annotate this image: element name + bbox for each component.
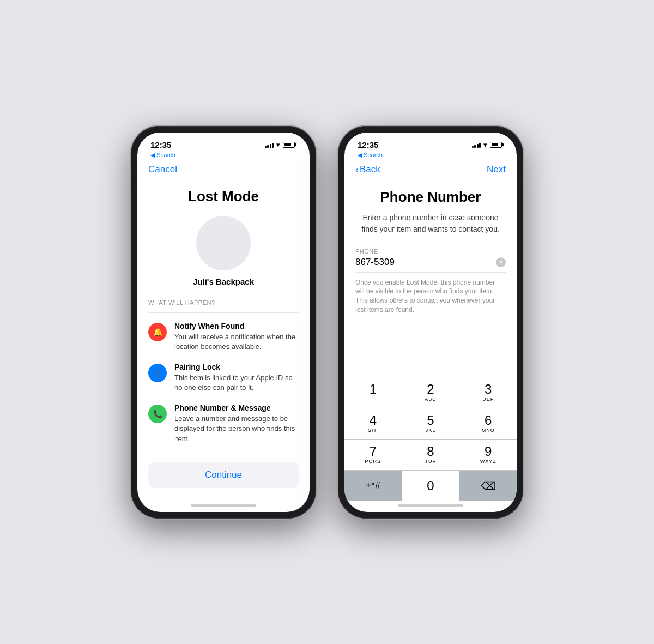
notify-icon: 🔔 xyxy=(148,323,167,341)
right-status-bar: 12:35 ▾ xyxy=(344,133,517,152)
phone-number-subtitle: Enter a phone number in case someone fin… xyxy=(355,212,506,235)
right-phone-screen: 12:35 ▾ ◀ Search xyxy=(344,133,517,512)
key-2[interactable]: 2 ABC xyxy=(402,377,459,408)
pairing-title: Pairing Lock xyxy=(174,363,299,371)
left-nav-bar: Cancel xyxy=(137,162,310,179)
phone-number-content: Phone Number Enter a phone number in cas… xyxy=(344,180,517,328)
left-phone-screen: 12:35 ▾ ◀ Search xyxy=(137,133,310,512)
left-time: 12:35 xyxy=(150,140,171,149)
feature-pairing: 👤 Pairing Lock This item is linked to yo… xyxy=(148,363,299,393)
notify-title: Notify When Found xyxy=(174,322,299,330)
delete-icon: ⌫ xyxy=(481,479,496,492)
phone-text: Phone Number & Message Leave a number an… xyxy=(174,404,299,444)
key-1[interactable]: 1 xyxy=(344,377,402,408)
signal-icon xyxy=(265,142,274,148)
continue-button-wrap: Continue xyxy=(137,453,310,501)
key-6[interactable]: 6 MNO xyxy=(459,408,517,439)
phone-input-value: 867-5309 xyxy=(355,257,496,268)
left-screen-content: Lost Mode Juli's Backpack WHAT WILL HAPP… xyxy=(137,179,310,453)
section-label: WHAT WILL HAPPEN? xyxy=(148,299,299,306)
home-indicator xyxy=(191,504,256,507)
divider xyxy=(148,312,299,313)
key-5[interactable]: 5 JKL xyxy=(402,408,459,439)
right-phone-frame: 12:35 ▾ ◀ Search xyxy=(338,126,523,519)
notify-text: Notify When Found You will receive a not… xyxy=(174,322,299,352)
key-9[interactable]: 9 WXYZ xyxy=(459,440,517,470)
right-search-label: ◀ Search xyxy=(358,152,383,159)
right-time: 12:35 xyxy=(358,140,378,149)
phone-title: Phone Number & Message xyxy=(174,404,299,412)
feature-notify: 🔔 Notify When Found You will receive a n… xyxy=(148,322,299,352)
back-label: Back xyxy=(360,164,380,175)
input-description: Once you enable Lost Mode, this phone nu… xyxy=(355,278,506,315)
key-7[interactable]: 7 PQRS xyxy=(344,440,402,470)
key-symbols[interactable]: +*# xyxy=(344,471,402,501)
clear-input-button[interactable]: ✕ xyxy=(496,257,506,267)
right-status-icons: ▾ xyxy=(472,141,504,149)
back-button[interactable]: ‹ Back xyxy=(355,164,380,176)
right-home-indicator xyxy=(398,504,463,507)
lost-mode-title: Lost Mode xyxy=(148,188,299,205)
battery-icon xyxy=(283,142,296,148)
continue-button[interactable]: Continue xyxy=(148,462,299,488)
notify-description: You will receive a notification when the… xyxy=(174,332,299,352)
phone-input-label: PHONE xyxy=(355,248,506,255)
key-3[interactable]: 3 DEF xyxy=(459,377,517,408)
right-wifi-icon: ▾ xyxy=(483,141,487,149)
right-nav-bar: ‹ Back Next xyxy=(344,162,517,180)
phone-number-title: Phone Number xyxy=(355,189,506,206)
phone-input-row[interactable]: 867-5309 ✕ xyxy=(355,257,506,273)
feature-phone: 📞 Phone Number & Message Leave a number … xyxy=(148,404,299,444)
next-button[interactable]: Next xyxy=(487,164,506,175)
right-signal-icon xyxy=(472,142,481,148)
phone-icon: 📞 xyxy=(148,405,167,423)
device-name: Juli's Backpack xyxy=(148,277,299,286)
numpad-grid: 1 2 ABC 3 DEF 4 GHI 5 JKL xyxy=(344,377,517,501)
right-search-bar: ◀ Search xyxy=(344,152,517,162)
key-8[interactable]: 8 TUV xyxy=(402,440,459,470)
chevron-left-icon: ‹ xyxy=(355,164,359,176)
key-4[interactable]: 4 GHI xyxy=(344,408,402,439)
left-status-icons: ▾ xyxy=(265,141,297,149)
phone-description: Leave a number and message to be display… xyxy=(174,414,299,444)
right-screen-content: Phone Number Enter a phone number in cas… xyxy=(344,180,517,377)
pairing-text: Pairing Lock This item is linked to your… xyxy=(174,363,299,393)
phone-input-group: PHONE 867-5309 ✕ Once you enable Lost Mo… xyxy=(355,248,506,315)
left-search-label: ◀ Search xyxy=(150,152,175,159)
right-battery-icon xyxy=(490,142,504,148)
device-icon xyxy=(196,216,251,270)
left-search-bar: ◀ Search xyxy=(137,152,310,162)
key-delete[interactable]: ⌫ xyxy=(459,471,517,501)
pairing-description: This item is linked to your Apple ID so … xyxy=(174,373,299,393)
lost-mode-content: Lost Mode Juli's Backpack WHAT WILL HAPP… xyxy=(137,179,310,453)
numpad-area: 1 2 ABC 3 DEF 4 GHI 5 JKL xyxy=(344,377,517,501)
left-status-bar: 12:35 ▾ xyxy=(137,133,310,152)
pairing-icon: 👤 xyxy=(148,364,167,382)
cancel-button[interactable]: Cancel xyxy=(148,164,177,175)
left-phone-frame: 12:35 ▾ ◀ Search xyxy=(131,126,316,519)
wifi-icon: ▾ xyxy=(276,141,280,149)
key-0[interactable]: 0 xyxy=(402,471,459,501)
